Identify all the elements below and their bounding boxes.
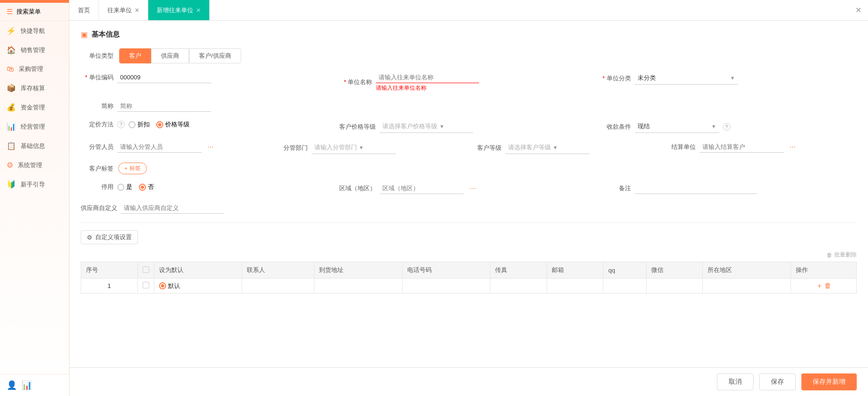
disabled-row: 停用 是 否 区域（地区） ··· 备注 [81, 183, 857, 194]
unit-code-input[interactable] [117, 72, 211, 83]
quick-nav-icon: ⚡ [7, 26, 16, 35]
radio-price-level[interactable]: 价格等级 [156, 120, 190, 129]
payment-terms-label: 收款条件 [598, 123, 631, 131]
custom-settings-icon: ⚙ [87, 234, 92, 241]
customer-level-placeholder: 请选择客户等级 [508, 143, 551, 152]
section-title: 基本信息 [91, 30, 120, 39]
row-default-label: 默认 [168, 282, 180, 290]
region-label: 区域（地区） [339, 184, 376, 193]
radio-no[interactable]: 否 [139, 183, 154, 191]
row-checkbox[interactable] [143, 282, 149, 288]
col-email: 邮箱 [547, 262, 603, 279]
row-default: 默认 [154, 279, 242, 294]
short-name-input[interactable] [117, 101, 211, 112]
unit-category-label: 单位分类 [598, 74, 631, 83]
tab-partners-close[interactable]: ✕ [135, 7, 139, 14]
form-content: ▣ 基本信息 单位类型 客户 供应商 客户/供应商 单位编码 单位名称 [69, 21, 868, 396]
radio-no-circle [139, 184, 146, 191]
sidebar-search[interactable]: ☰ 搜索菜单 [0, 3, 69, 21]
supplier-custom-input[interactable] [121, 202, 224, 214]
cancel-button[interactable]: 取消 [717, 373, 754, 390]
batch-delete-icon: 🗑 [827, 252, 832, 258]
table-header-row: 序号 设为默认 联系人 到货地址 电话号码 传真 邮箱 qq 微信 所在地区 操… [81, 262, 857, 279]
customer-tags-label: 客户标签 [81, 164, 114, 173]
sidebar-item-finance[interactable]: 💰 资金管理 [0, 98, 69, 117]
unit-category-value: 未分类 [638, 74, 728, 82]
customer-level-select[interactable]: 请选择客户等级 ▼ [505, 141, 590, 154]
batch-delete-button[interactable]: 🗑 批量删除 [827, 251, 857, 259]
settlement-more-btn[interactable]: ··· [788, 143, 798, 151]
col-action: 操作 [791, 262, 856, 279]
col-default: 设为默认 [154, 262, 242, 279]
purchase-icon: 🛍 [7, 65, 14, 73]
custom-settings-button[interactable]: ⚙ 自定义项设置 [81, 230, 138, 244]
manager-input[interactable] [117, 141, 202, 153]
sidebar-item-quick-nav[interactable]: ⚡ 快捷导航 [0, 21, 69, 40]
settings-icon[interactable]: 📊 [22, 380, 32, 390]
customer-price-level-select[interactable]: 请选择客户价格等级 ▼ [380, 120, 473, 133]
unit-category-select[interactable]: 未分类 ▼ [635, 72, 738, 85]
sidebar-item-basic[interactable]: 📋 基础信息 [0, 136, 69, 155]
radio-yes[interactable]: 是 [117, 183, 132, 191]
unit-code-row: 单位编码 单位名称 请输入往来单位名称 单位分类 未分类 ▼ [81, 72, 857, 92]
department-label: 分管部门 [275, 144, 308, 152]
row-qq [603, 279, 646, 294]
sidebar-item-system[interactable]: ⚙ 系统管理 [0, 155, 69, 175]
tab-home[interactable]: 首页 [69, 0, 99, 20]
region-more-btn[interactable]: ··· [468, 184, 478, 193]
sidebar-item-label: 基础信息 [21, 142, 45, 150]
sidebar-item-sales[interactable]: 🏠 销售管理 [0, 40, 69, 60]
remarks-input[interactable] [635, 183, 757, 194]
department-select[interactable]: 请输入分管部门 ▼ [312, 141, 396, 154]
unit-btn-supplier[interactable]: 供应商 [151, 48, 189, 63]
contact-table-wrapper: 序号 设为默认 联系人 到货地址 电话号码 传真 邮箱 qq 微信 所在地区 操… [81, 262, 857, 294]
sidebar-item-label: 销售管理 [21, 46, 45, 54]
row-delete-btn[interactable]: 🗑 [824, 281, 831, 289]
col-wechat: 微信 [646, 262, 703, 279]
customer-level-chevron: ▼ [553, 145, 558, 150]
row-wechat [646, 279, 703, 294]
sidebar-item-label: 采购管理 [19, 65, 43, 73]
pricing-radio-group: 折扣 价格等级 [129, 120, 190, 129]
select-all-checkbox[interactable] [143, 266, 149, 273]
disabled-label: 停用 [81, 183, 114, 191]
sidebar-item-label: 库存核算 [21, 84, 45, 93]
user-icon[interactable]: 👤 [7, 380, 17, 390]
region-input[interactable] [380, 183, 464, 194]
pricing-help-icon[interactable]: ? [117, 121, 125, 128]
row-actions: ＋ 🗑 [791, 279, 856, 294]
tab-partners[interactable]: 往来单位 ✕ [99, 0, 148, 20]
col-fax: 传真 [490, 262, 547, 279]
tab-home-label: 首页 [78, 6, 90, 15]
unit-btn-both[interactable]: 客户/供应商 [189, 48, 241, 63]
close-all-tabs[interactable]: ✕ [849, 0, 868, 20]
sidebar-item-guide[interactable]: 🔰 新手引导 [0, 175, 69, 194]
row-add-btn[interactable]: ＋ [816, 281, 823, 290]
add-tag-button[interactable]: + 标签 [118, 163, 147, 174]
add-tag-icon: + [124, 165, 128, 172]
sidebar-item-label: 系统管理 [18, 161, 42, 170]
sidebar-item-operations[interactable]: 📊 经营管理 [0, 117, 69, 136]
sidebar-item-purchase[interactable]: 🛍 采购管理 [0, 60, 69, 78]
unit-name-input[interactable] [376, 72, 479, 83]
customer-price-level-label: 客户价格等级 [339, 123, 376, 131]
payment-terms-select[interactable]: 现结 ▼ [635, 120, 719, 133]
tab-new-partner[interactable]: 新增往来单位 ✕ [148, 0, 210, 20]
settlement-input[interactable] [700, 141, 784, 153]
unit-btn-customer[interactable]: 客户 [119, 48, 151, 63]
save-new-button[interactable]: 保存并新增 [801, 373, 857, 390]
col-address: 到货地址 [314, 262, 402, 279]
payment-terms-help-icon[interactable]: ? [723, 123, 731, 131]
section-icon: ▣ [81, 30, 88, 39]
payment-terms-chevron: ▼ [711, 124, 716, 129]
save-button[interactable]: 保存 [759, 373, 796, 390]
department-chevron: ▼ [359, 145, 364, 150]
radio-default[interactable]: 默认 [159, 282, 237, 290]
tab-new-partner-close[interactable]: ✕ [196, 7, 201, 14]
radio-discount[interactable]: 折扣 [129, 120, 150, 129]
sidebar-item-label: 经营管理 [21, 123, 45, 131]
manager-more-btn[interactable]: ··· [206, 143, 215, 151]
operations-icon: 📊 [7, 122, 16, 131]
sidebar-item-inventory[interactable]: 📦 库存核算 [0, 78, 69, 98]
payment-terms-value: 现结 [638, 122, 709, 131]
